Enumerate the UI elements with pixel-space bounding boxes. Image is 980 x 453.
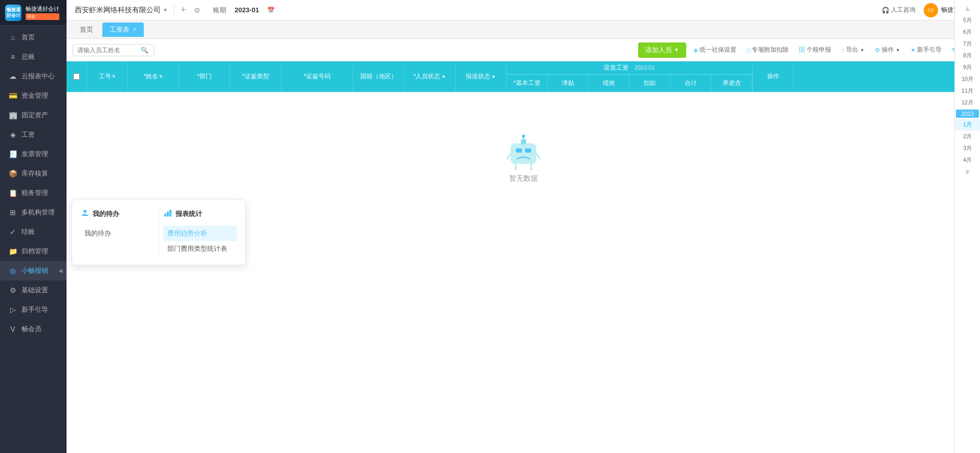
th-nation[interactable]: 国籍（地区） <box>353 61 404 92</box>
export-button[interactable]: ↑ 导出 ▼ <box>838 44 867 56</box>
special-deduct-button[interactable]: □ 专项附加扣除 <box>744 44 792 56</box>
popup-col-reports: 报表统计 费用趋势分析 部门费用类型统计表 <box>163 208 237 256</box>
popup-item-dept-cost[interactable]: 部门费用类型统计表 <box>163 241 237 256</box>
svg-point-10 <box>83 210 86 213</box>
th-checkbox[interactable] <box>67 61 87 92</box>
sidebar-item-multi-org[interactable]: ⊞ 多机构管理 <box>0 203 67 222</box>
sidebar-item-label: 基础设置 <box>21 286 48 295</box>
th-pension-label: 养老含 <box>723 79 741 88</box>
popup-divider <box>159 208 159 256</box>
sidebar-item-fund[interactable]: 💳 资金管理 <box>0 86 67 105</box>
th-name[interactable]: *姓名 ⇅ <box>128 61 179 92</box>
sidebar-item-archive[interactable]: 📁 归档管理 <box>0 242 67 261</box>
timeline-10[interactable]: 10月 <box>955 73 980 85</box>
sidebar-item-label: 结账 <box>21 227 35 236</box>
timeline-up[interactable]: ▲ <box>962 2 973 14</box>
tab-home[interactable]: 首页 <box>73 23 100 37</box>
service-button[interactable]: 🎧 人工咨询 <box>882 6 916 14</box>
th-ops-label: 操作 <box>767 72 779 81</box>
popup-item-mywork-label: 我的待办 <box>84 229 111 237</box>
social-security-button[interactable]: ◈ 统一社保设置 <box>690 44 739 56</box>
sidebar-item-salary[interactable]: ◈ 工资 <box>0 125 67 144</box>
calendar-icon[interactable]: 📅 <box>267 7 275 14</box>
tax-button[interactable]: 国 个税申报 <box>796 44 834 56</box>
select-all-checkbox[interactable] <box>73 73 80 80</box>
timeline-6[interactable]: 6月 <box>955 26 980 38</box>
sidebar-item-label: 税务管理 <box>21 188 48 198</box>
th-base-label: *基本工资 <box>513 79 540 88</box>
th-deduct[interactable]: 扣款 <box>629 75 670 92</box>
th-idtype[interactable]: *证鉴类型 <box>230 61 281 92</box>
fund-icon: 💳 <box>8 92 17 100</box>
company-selector[interactable]: 西安虾米网络科技有限公司 ▼ <box>75 6 168 15</box>
sidebar-item-guide[interactable]: ▷ 新手引导 <box>0 300 67 319</box>
sidebar-item-home[interactable]: ⌂ 首页 <box>0 28 67 47</box>
th-base[interactable]: *基本工资 <box>507 75 548 92</box>
sidebar-item-fixed-assets[interactable]: 🏢 固定资产 <box>0 105 67 125</box>
svg-rect-2 <box>525 148 531 153</box>
th-subsidy[interactable]: 津贴 <box>548 75 589 92</box>
add-company-button[interactable]: + <box>181 5 186 15</box>
app-name: 畅捷通好会计 <box>26 5 59 12</box>
th-send[interactable]: 报送状态 ▼ <box>455 61 507 92</box>
header-divider <box>174 5 175 15</box>
guide-button[interactable]: ✦ 新手引导 <box>907 44 945 56</box>
sidebar-item-inventory[interactable]: 📦 库存核算 <box>0 164 67 183</box>
add-person-button[interactable]: 添加人员 ▼ <box>638 42 686 58</box>
timeline-down[interactable]: ▼ <box>962 166 973 178</box>
sidebar-item-ledger[interactable]: ≡ 总账 <box>0 47 67 67</box>
sidebar-item-label: 资金管理 <box>21 91 48 100</box>
th-dept[interactable]: *部门 <box>179 61 230 92</box>
sidebar-item-settle[interactable]: ✓ 结账 <box>0 222 67 242</box>
svg-rect-3 <box>521 139 526 144</box>
timeline-5[interactable]: 5月 <box>955 14 980 26</box>
tab-home-label: 首页 <box>80 25 93 34</box>
sidebar-item-label: 工资 <box>21 130 35 139</box>
filter-icon[interactable]: ▼ <box>441 74 446 79</box>
popup-item-mywork[interactable]: 我的待办 <box>80 226 155 241</box>
sidebar-item-tax[interactable]: 📋 税务管理 <box>0 183 67 203</box>
period-value: 2023-01 <box>234 6 259 14</box>
salary-group-label: 应发工资 <box>604 64 628 71</box>
th-idno[interactable]: *证鉴号码 <box>281 61 353 92</box>
operation-button[interactable]: ⚙ 操作 ▼ <box>872 44 903 56</box>
timeline-2[interactable]: 2月 <box>955 131 980 142</box>
th-status[interactable]: *人员状态 ▼ <box>404 61 455 92</box>
th-jobno[interactable]: 工号 ⇅ <box>87 61 128 92</box>
settle-icon: ✓ <box>8 228 17 236</box>
guide-icon: ▷ <box>8 306 17 314</box>
th-idtype-label: *证鉴类型 <box>242 72 269 81</box>
table-header-wrapper: 工号 ⇅ *姓名 ⇅ *部门 *证鉴类型 *证鉴号码 国籍（地区） <box>67 61 980 92</box>
th-total[interactable]: 合计 <box>670 75 711 92</box>
tax-icon: 国 <box>799 46 805 54</box>
tab-salary[interactable]: 工资表 ✕ <box>102 23 144 37</box>
th-performance[interactable]: 绩效 <box>589 75 629 92</box>
sidebar-item-xiaochang[interactable]: ◎ 小畅报销 ◀ <box>0 261 67 281</box>
xiaochang-icon: ◎ <box>8 267 17 275</box>
search-input[interactable] <box>77 47 139 54</box>
toolbar: 🔍 添加人员 ▼ ◈ 统一社保设置 □ 专项附加扣除 国 个税申报 ↑ 导出 <box>67 39 980 61</box>
timeline-12[interactable]: 12月 <box>955 97 980 109</box>
filter-icon[interactable]: ▼ <box>491 74 496 79</box>
timeline-1[interactable]: 1月 <box>955 119 980 131</box>
sidebar-item-member[interactable]: V 畅会员 <box>0 319 67 339</box>
timeline-3[interactable]: 3月 <box>955 142 980 154</box>
th-dept-label: *部门 <box>197 72 212 81</box>
sidebar-item-basic[interactable]: ⚙ 基础设置 <box>0 281 67 300</box>
sidebar-item-cloud-report[interactable]: ☁ 云报表中心 <box>0 67 67 86</box>
th-pension[interactable]: 养老含 <box>711 75 752 92</box>
popup-item-cost-trend[interactable]: 费用趋势分析 <box>163 226 237 241</box>
user-avatar: CE <box>924 3 938 17</box>
timeline-4[interactable]: 4月 <box>955 154 980 166</box>
add-person-label: 添加人员 <box>645 46 672 55</box>
settings-button[interactable]: ⚙ <box>194 6 201 14</box>
timeline-9[interactable]: 9月 <box>955 61 980 73</box>
sidebar-item-label: 新手引导 <box>21 305 48 314</box>
th-salary-cells: *基本工资 津贴 绩效 扣款 合计 <box>507 75 752 92</box>
tab-salary-close[interactable]: ✕ <box>133 27 137 32</box>
cloud-icon: ☁ <box>8 72 17 80</box>
sidebar-item-invoice[interactable]: 🧾 发票管理 <box>0 144 67 164</box>
timeline-8[interactable]: 8月 <box>955 50 980 61</box>
timeline-11[interactable]: 11月 <box>955 85 980 97</box>
timeline-7[interactable]: 7月 <box>955 38 980 50</box>
